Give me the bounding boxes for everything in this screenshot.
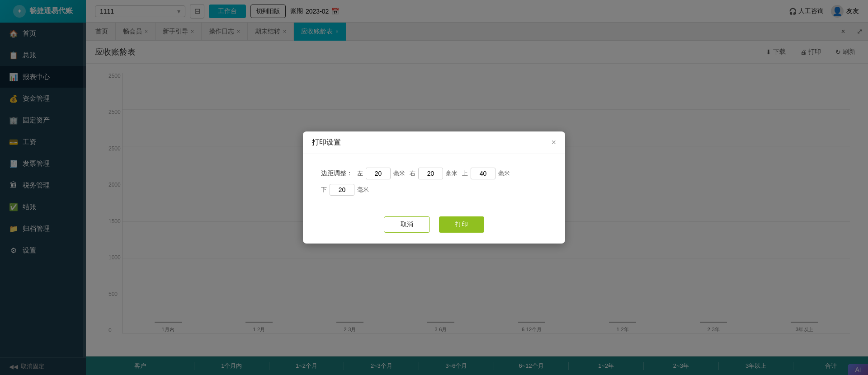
overlay: 打印设置 × 边距调整： 左 毫米 右 毫米 上 毫米 xyxy=(0,0,868,375)
margin-top-group: 上 毫米 xyxy=(462,168,510,179)
dialog-close-button[interactable]: × xyxy=(551,138,556,147)
margin-bottom-group: 下 毫米 xyxy=(321,184,369,196)
margin-right-label: 右 xyxy=(410,169,415,178)
margin-bottom-label: 下 xyxy=(321,186,327,194)
print-confirm-button[interactable]: 打印 xyxy=(439,216,484,233)
print-settings-dialog: 打印设置 × 边距调整： 左 毫米 右 毫米 上 毫米 xyxy=(303,131,565,244)
margin-left-input[interactable] xyxy=(366,168,391,179)
margin-right-group: 右 毫米 xyxy=(410,168,458,179)
margin-bottom-input[interactable] xyxy=(330,184,354,196)
margin-top-unit: 毫米 xyxy=(498,169,510,178)
cancel-button[interactable]: 取消 xyxy=(384,216,430,233)
dialog-body: 边距调整： 左 毫米 右 毫米 上 毫米 下 xyxy=(303,154,565,209)
dialog-header: 打印设置 × xyxy=(303,131,565,154)
margin-right-unit: 毫米 xyxy=(446,169,458,178)
margin-left-group: 左 毫米 xyxy=(357,168,405,179)
margin-label: 边距调整： xyxy=(321,169,353,178)
margin-right-input[interactable] xyxy=(418,168,443,179)
margin-row: 边距调整： 左 毫米 右 毫米 上 毫米 下 xyxy=(321,168,547,196)
margin-left-unit: 毫米 xyxy=(393,169,405,178)
margin-bottom-unit: 毫米 xyxy=(357,186,369,194)
dialog-footer: 取消 打印 xyxy=(303,209,565,244)
dialog-title: 打印设置 xyxy=(312,138,341,147)
margin-top-label: 上 xyxy=(462,169,468,178)
margin-top-input[interactable] xyxy=(471,168,495,179)
margin-left-label: 左 xyxy=(357,169,363,178)
